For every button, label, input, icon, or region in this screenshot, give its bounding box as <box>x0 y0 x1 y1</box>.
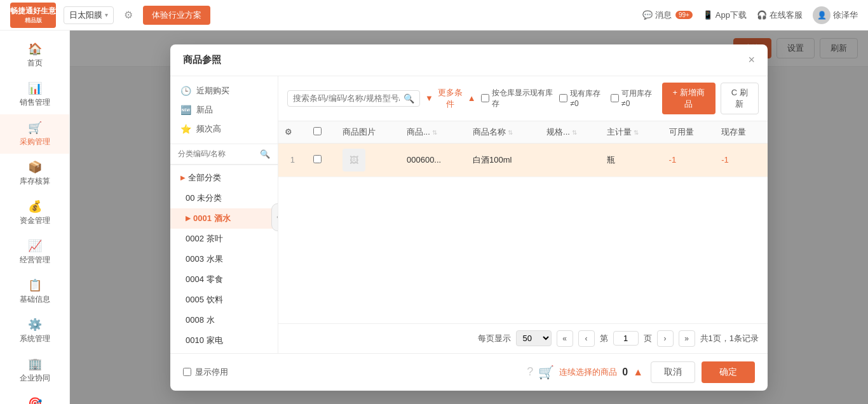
category-search-input[interactable] <box>178 149 256 158</box>
add-product-button[interactable]: + 新增商品 <box>662 83 715 114</box>
available-stock-checkbox[interactable] <box>611 94 619 102</box>
mobile-icon: 📱 <box>703 10 713 20</box>
gear-icon[interactable]: ⚙ <box>121 6 135 24</box>
user-profile[interactable]: 👤 徐泽华 <box>813 6 858 24</box>
quick-tab-recent-label: 近期购买 <box>196 85 229 97</box>
purchase-icon: 🛒 <box>28 121 42 135</box>
sidebar-label-purchase: 采购管理 <box>20 137 50 147</box>
page-number-input[interactable] <box>613 331 639 346</box>
app-download-nav-item[interactable]: 📱 App下载 <box>703 10 747 21</box>
existing-stock-checkbox[interactable] <box>559 94 567 102</box>
cat-label-water: 0008 水 <box>186 314 215 326</box>
sidebar-item-basic-info[interactable]: 📋 基础信息 <box>0 272 69 311</box>
confirm-button[interactable]: 确定 <box>702 361 755 383</box>
message-badge: 99+ <box>675 11 693 19</box>
warehouse-checkbox[interactable] <box>481 94 489 102</box>
existing-stock-label: 现有库存≠0 <box>570 88 606 108</box>
last-page-button[interactable]: » <box>679 330 695 347</box>
filter-chevron: ▲ <box>468 93 476 103</box>
warehouse-display-filter[interactable]: 按仓库显示现有库存 <box>481 88 555 109</box>
sidebar-item-sales[interactable]: 📊 销售管理 <box>0 75 69 114</box>
modal-close-button[interactable]: × <box>748 53 755 67</box>
product-search-input[interactable] <box>293 93 400 103</box>
nav-selector[interactable]: 日太阳膜 ▾ <box>64 6 114 24</box>
expand-icon-liquor: ▶ <box>186 215 191 222</box>
cat-item-drinks[interactable]: 0005 饮料 <box>170 290 278 310</box>
cancel-button[interactable]: 取消 <box>651 361 695 383</box>
cat-item-water[interactable]: 0008 水 <box>170 310 278 330</box>
sidebar-item-purchase[interactable]: 🛒 采购管理 <box>0 114 69 154</box>
th-image: 商品图片 <box>336 121 400 144</box>
cat-label-all: 全部分类 <box>188 172 221 184</box>
th-gear[interactable]: ⚙ <box>278 121 307 144</box>
existing-stock-filter[interactable]: 现有库存≠0 <box>559 88 606 108</box>
show-disabled-checkbox[interactable] <box>183 368 191 376</box>
per-page-select[interactable]: 50 10 20 100 <box>516 330 552 346</box>
th-spec[interactable]: 规格... <box>540 121 600 144</box>
category-list: ▶ 全部分类 00 未分类 ▶ 0001 酒水 0002 茶 <box>170 165 278 353</box>
th-unit[interactable]: 主计量 <box>600 121 663 144</box>
refresh-product-button[interactable]: C 刷新 <box>721 83 759 114</box>
messages-nav-item[interactable]: 💬 消息 99+ <box>642 10 693 21</box>
sidebar-item-enterprise[interactable]: 🏢 企业协同 <box>0 351 69 390</box>
row-num: 1 <box>278 143 307 177</box>
table-settings-icon[interactable]: ⚙ <box>285 127 292 137</box>
sidebar-item-guide[interactable]: 🎯 新手引导 <box>0 390 69 404</box>
table-row[interactable]: 1 🖼 <box>278 143 768 177</box>
avatar: 👤 <box>813 6 831 24</box>
next-page-button[interactable]: › <box>657 330 674 347</box>
page-word: 第 <box>600 333 608 344</box>
category-search: 🔍 <box>170 144 278 165</box>
clock-icon: 🕒 <box>180 86 191 96</box>
category-search-icon[interactable]: 🔍 <box>260 149 270 159</box>
sidebar-label-enterprise: 企业协同 <box>20 373 50 384</box>
row-checkbox[interactable] <box>313 155 322 163</box>
sidebar-item-inventory[interactable]: 📦 库存核算 <box>0 154 69 193</box>
collapse-cart-icon[interactable]: ▲ <box>633 367 643 378</box>
cat-label-appliance: 0010 家电 <box>186 335 223 346</box>
system-icon: ⚙️ <box>28 318 42 332</box>
cat-label-drinks: 0005 饮料 <box>186 294 223 306</box>
select-all-checkbox[interactable] <box>313 127 322 135</box>
first-page-button[interactable]: « <box>557 330 573 347</box>
sidebar-item-operations[interactable]: 📈 经营管理 <box>0 232 69 272</box>
help-icon[interactable]: ? <box>527 365 533 379</box>
quick-tab-new[interactable]: 🆕 新品 <box>170 100 278 119</box>
prev-page-button[interactable]: ‹ <box>578 330 595 347</box>
sidebar-item-system[interactable]: ⚙️ 系统管理 <box>0 311 69 351</box>
cart-icon: 🛒 <box>538 365 554 380</box>
cat-item-liquor[interactable]: ▶ 0001 酒水 <box>170 208 278 229</box>
th-name[interactable]: 商品名称 <box>466 121 540 144</box>
brand-sub: 精品版 <box>25 17 42 25</box>
sidebar-item-home[interactable]: 🏠 首页 <box>0 36 69 75</box>
sidebar-item-finance[interactable]: 💰 资金管理 <box>0 193 69 232</box>
available-stock-filter[interactable]: 可用库存≠0 <box>611 88 657 108</box>
pagination-bar: 每页显示 50 10 20 100 « ‹ 第 页 <box>278 323 768 353</box>
cat-item-appliance[interactable]: 0010 家电 <box>170 330 278 351</box>
more-filters-button[interactable]: ▼ 更多条件 ▲ <box>425 87 476 110</box>
online-service-nav-item[interactable]: 🎧 在线客服 <box>757 10 803 21</box>
th-code[interactable]: 商品... <box>400 121 466 144</box>
cat-item-all[interactable]: ▶ 全部分类 <box>170 168 278 188</box>
quick-tab-recent[interactable]: 🕒 近期购买 <box>170 81 278 100</box>
collapse-panel-button[interactable]: « <box>271 203 278 231</box>
cat-label-tea: 0002 茶叶 <box>186 233 223 245</box>
cat-item-fruit[interactable]: 0003 水果 <box>170 249 278 269</box>
cat-label-liquor: 0001 酒水 <box>193 213 231 224</box>
cat-item-tea[interactable]: 0002 茶叶 <box>170 229 278 249</box>
search-bar: 🔍 ▼ 更多条件 ▲ 按仓库显示现有库存 <box>278 76 768 121</box>
show-disabled-label[interactable]: 显示停用 <box>183 367 228 378</box>
sidebar-label-sales: 销售管理 <box>20 97 50 108</box>
cart-label: 连续选择的商品 <box>559 367 617 378</box>
trial-button[interactable]: 体验行业方案 <box>143 6 210 25</box>
cat-item-snack[interactable]: 0004 零食 <box>170 269 278 290</box>
cat-item-unclassified[interactable]: 00 未分类 <box>170 188 278 208</box>
product-panel: 🔍 ▼ 更多条件 ▲ 按仓库显示现有库存 <box>278 76 768 353</box>
sidebar: 🏠 首页 📊 销售管理 🛒 采购管理 📦 库存核算 💰 资金管理 📈 经营管理 … <box>0 30 70 404</box>
product-reference-modal: 商品参照 × 🕒 近期购买 🆕 <box>170 44 768 391</box>
messages-label: 消息 <box>655 10 672 21</box>
quick-tab-frequent[interactable]: ⭐ 频次高 <box>170 119 278 138</box>
main-layout: 🏠 首页 📊 销售管理 🛒 采购管理 📦 库存核算 💰 资金管理 📈 经营管理 … <box>0 30 868 404</box>
action-buttons: + 新增商品 C 刷新 <box>662 83 759 114</box>
search-icon[interactable]: 🔍 <box>403 93 414 104</box>
